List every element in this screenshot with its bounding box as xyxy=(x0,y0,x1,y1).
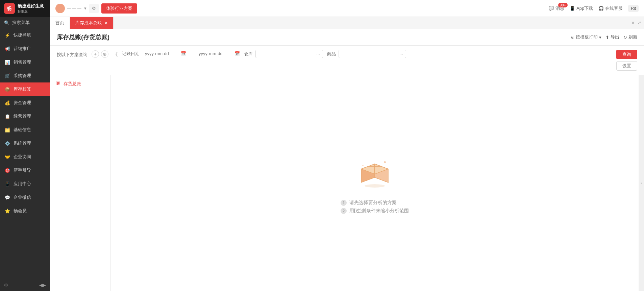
sidebar-logo: 畅 畅捷通好生意 标准版 xyxy=(0,0,50,17)
app-logo-icon: 畅 xyxy=(4,3,15,14)
date-end-input: 📅 xyxy=(196,50,240,57)
industry-solution-button[interactable]: 体验行业方案 xyxy=(101,3,137,14)
setting-button[interactable]: 设置 xyxy=(616,61,637,71)
sidebar-item-funds[interactable]: 💰 资金管理 xyxy=(0,96,50,110)
scheme-list: 存货总账 xyxy=(50,75,111,291)
sidebar-item-newbie[interactable]: 🎯 新手引导 xyxy=(0,164,50,177)
topbar-username: Rit xyxy=(628,5,639,12)
sidebar-item-base[interactable]: 🗂️ 基础信息 xyxy=(0,123,50,137)
system-icon: ⚙️ xyxy=(4,141,11,146)
sidebar-item-system[interactable]: ⚙️ 系统管理 xyxy=(0,137,50,150)
print-template-button[interactable]: 🖨 按模板打印 ▾ xyxy=(570,34,601,40)
refresh-button[interactable]: ↻ 刷新 xyxy=(623,34,637,40)
export-button[interactable]: ⬆ 导出 xyxy=(605,34,619,40)
product-filter-row: 商品 ··· xyxy=(327,50,406,58)
sidebar-item-inventory[interactable]: 📦 库存核算 xyxy=(0,82,50,96)
page-header-actions: 🖨 按模板打印 ▾ ⬆ 导出 ↻ 刷新 xyxy=(570,34,637,40)
cooperation-icon: 🤝 xyxy=(4,154,11,160)
refresh-icon: ↻ xyxy=(623,35,627,40)
svg-text:畅: 畅 xyxy=(7,6,11,11)
warehouse-more-icon: ··· xyxy=(316,51,320,56)
svg-rect-3 xyxy=(57,83,59,84)
sidebar-search[interactable]: 🔍 搜索菜单 xyxy=(0,17,50,28)
topbar-left: — — — ▾ ⚙ 体验行业方案 xyxy=(55,3,549,14)
sidebar-nav: ⚡ 快捷导航 📢 营销推广 📊 销售管理 🛒 采购管理 📦 库存核算 💰 资金管… xyxy=(0,28,50,279)
tab-inventory-cost[interactable]: 库存成本总账 ✕ xyxy=(70,17,114,29)
online-service-button[interactable]: 🎧 在线客服 xyxy=(598,5,623,11)
funds-icon: 💰 xyxy=(4,100,11,105)
right-panel-collapse[interactable]: › xyxy=(639,75,644,291)
sales-icon: 📊 xyxy=(4,60,11,65)
sidebar-item-quick-nav[interactable]: ⚡ 快捷导航 xyxy=(0,28,50,42)
newbie-icon: 🎯 xyxy=(4,168,11,173)
tab-close-window-icon[interactable]: ✕ xyxy=(631,20,635,25)
member-icon: ⭐ xyxy=(4,209,11,214)
calendar-end-icon[interactable]: 📅 xyxy=(234,51,240,56)
query-button[interactable]: 查询 xyxy=(616,50,637,59)
sidebar-item-app-center[interactable]: 📱 应用中心 xyxy=(0,177,50,191)
sidebar-item-sales[interactable]: 📊 销售管理 xyxy=(0,55,50,69)
inventory-icon: 📦 xyxy=(4,87,11,92)
collapse-button[interactable]: ◀▶ xyxy=(39,283,46,288)
tab-resize-icon[interactable]: ⤢ xyxy=(638,20,641,25)
quick-nav-icon: ⚡ xyxy=(4,33,11,38)
app-center-icon: 📱 xyxy=(4,181,11,187)
operations-icon: 📋 xyxy=(4,114,11,119)
topbar-dropdown-icon[interactable]: ▾ xyxy=(84,6,86,11)
topbar-right: 💬 消息 99+ 📱 App下载 🎧 在线客服 Rit xyxy=(549,5,639,12)
empty-state: 1 请先选择要分析的方案 2 用[过滤]条件来缩小分析范围 xyxy=(111,75,639,291)
date-end-field[interactable] xyxy=(196,50,233,57)
date-start-input: 📅 xyxy=(142,50,186,57)
topbar-settings-button[interactable]: ⚙ xyxy=(89,4,99,13)
sidebar-item-cooperation[interactable]: 🤝 企业协同 xyxy=(0,150,50,164)
settings-button[interactable]: ⚙ xyxy=(4,283,8,288)
filter-area: 按以下方案查询 + ⊕ 《 记账日期 📅 — 📅 xyxy=(50,46,644,75)
messages-button[interactable]: 💬 消息 99+ xyxy=(549,5,564,11)
sidebar-item-wechat[interactable]: 💬 企业微信 xyxy=(0,191,50,204)
filter-buttons: 查询 设置 xyxy=(616,50,637,71)
page-title: 库存总账(存货总账) xyxy=(57,33,109,41)
calendar-start-icon[interactable]: 📅 xyxy=(181,51,186,56)
wechat-icon: 💬 xyxy=(4,195,11,200)
sidebar: 畅 畅捷通好生意 标准版 🔍 搜索菜单 ⚡ 快捷导航 📢 营销推广 📊 销售管理… xyxy=(0,0,50,291)
sidebar-item-marketing[interactable]: 📢 营销推广 xyxy=(0,42,50,55)
sidebar-item-operations[interactable]: 📋 经营管理 xyxy=(0,110,50,123)
svg-point-12 xyxy=(365,184,385,188)
topbar-user: — — — xyxy=(55,4,81,13)
empty-tips: 1 请先选择要分析的方案 2 用[过滤]条件来缩小分析范围 xyxy=(341,198,409,216)
page-header: 库存总账(存货总账) 🖨 按模板打印 ▾ ⬆ 导出 ↻ 刷新 xyxy=(50,29,644,46)
app-download-button[interactable]: 📱 App下载 xyxy=(570,5,593,11)
warehouse-filter-row: 仓库 ··· xyxy=(244,50,323,58)
scheme-item-inventory-ledger[interactable]: 存货总账 xyxy=(50,78,110,90)
print-icon: 🖨 xyxy=(570,35,574,40)
tab-close-icon[interactable]: ✕ xyxy=(104,21,108,25)
topbar: — — — ▾ ⚙ 体验行业方案 💬 消息 99+ 📱 App下载 🎧 在线客服… xyxy=(50,0,644,17)
date-start-field[interactable] xyxy=(142,50,179,57)
empty-illustration xyxy=(354,150,395,191)
marketing-icon: 📢 xyxy=(4,46,11,51)
headset-icon: 🎧 xyxy=(598,6,604,11)
tab-home[interactable]: 首页 xyxy=(50,17,70,29)
filter-add-button[interactable]: + xyxy=(92,50,99,58)
content-wrapper: 存货总账 xyxy=(50,75,644,291)
warehouse-select[interactable]: ··· xyxy=(255,50,323,58)
product-select[interactable]: ··· xyxy=(339,50,406,58)
svg-point-10 xyxy=(384,161,386,163)
svg-rect-2 xyxy=(57,82,59,83)
tip-number-2: 2 xyxy=(341,208,347,214)
sidebar-item-member[interactable]: ⭐ 畅会员 xyxy=(0,204,50,218)
svg-rect-4 xyxy=(57,84,58,85)
warehouse-filter-label: 仓库 xyxy=(244,51,253,57)
message-badge: 99+ xyxy=(558,3,568,7)
sidebar-item-purchase[interactable]: 🛒 采购管理 xyxy=(0,69,50,82)
scheme-ledger-icon xyxy=(55,80,61,87)
filter-reset-button[interactable]: ⊕ xyxy=(101,50,108,58)
search-icon: 🔍 xyxy=(4,20,9,25)
tabbar: 首页 库存成本总账 ✕ ✕ ⤢ xyxy=(50,17,644,29)
product-more-icon: ··· xyxy=(399,51,403,56)
date-filter-row: 记账日期 📅 — 📅 xyxy=(122,50,240,57)
filter-collapse-button[interactable]: 《 xyxy=(113,50,118,58)
user-avatar xyxy=(55,4,65,13)
base-icon: 🗂️ xyxy=(4,127,11,132)
product-filter-label: 商品 xyxy=(327,51,336,57)
